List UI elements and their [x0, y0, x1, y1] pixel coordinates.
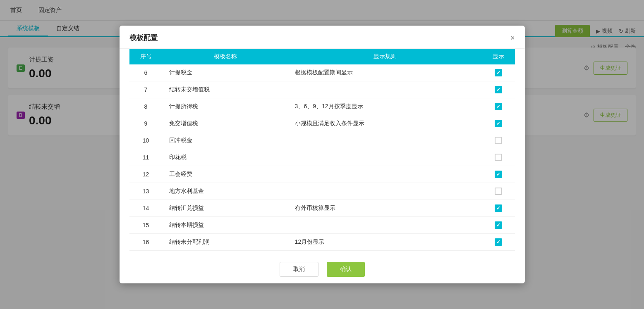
template-checkbox[interactable] [495, 137, 502, 144]
cell-name: 计提税金 [163, 64, 288, 81]
cell-checkbox[interactable] [482, 217, 515, 234]
cell-name: 回冲税金 [163, 132, 288, 149]
cell-name: 免交增值税 [163, 115, 288, 132]
col-header-rule: 显示规则 [288, 49, 482, 64]
template-checkbox[interactable] [495, 154, 502, 161]
table-row: 7结转未交增值税 [129, 81, 515, 98]
cell-checkbox[interactable] [482, 132, 515, 149]
cell-rule [288, 149, 482, 166]
template-checkbox[interactable] [495, 204, 502, 212]
table-row: 8计提所得税3、6、9、12月按季度显示 [129, 98, 515, 115]
cell-rule [288, 217, 482, 234]
cell-checkbox[interactable] [482, 81, 515, 98]
cell-name: 结转未交增值税 [163, 81, 288, 98]
table-row: 10回冲税金 [129, 132, 515, 149]
cell-rule [288, 132, 482, 149]
cell-name: 结转未分配利润 [163, 234, 288, 251]
cell-checkbox[interactable] [482, 115, 515, 132]
cell-checkbox[interactable] [482, 183, 515, 200]
cell-checkbox[interactable] [482, 166, 515, 183]
modal-body[interactable]: 序号 模板名称 显示规则 显示 6计提税金根据模板配置期间显示7结转未交增值税8… [120, 49, 525, 255]
modal-overlay: 模板配置 × 序号 模板名称 显示规则 显示 6计提税金根据模板配置期间显示7结… [0, 0, 644, 309]
template-checkbox[interactable] [495, 86, 502, 93]
cell-id: 8 [129, 98, 163, 115]
template-table: 序号 模板名称 显示规则 显示 6计提税金根据模板配置期间显示7结转未交增值税8… [129, 49, 515, 251]
cell-id: 16 [129, 234, 163, 251]
cell-rule [288, 183, 482, 200]
cell-rule [288, 81, 482, 98]
template-checkbox[interactable] [495, 188, 502, 195]
cell-checkbox[interactable] [482, 149, 515, 166]
table-row: 12工会经费 [129, 166, 515, 183]
cell-name: 结转汇兑损益 [163, 200, 288, 217]
cell-name: 计提所得税 [163, 98, 288, 115]
cell-id: 14 [129, 200, 163, 217]
modal-footer: 取消 确认 [120, 255, 525, 283]
cell-id: 11 [129, 149, 163, 166]
cell-checkbox[interactable] [482, 98, 515, 115]
template-checkbox[interactable] [495, 171, 502, 178]
cell-id: 12 [129, 166, 163, 183]
cell-rule: 根据模板配置期间显示 [288, 64, 482, 81]
cell-id: 6 [129, 64, 163, 81]
cell-checkbox[interactable] [482, 234, 515, 251]
confirm-button[interactable]: 确认 [327, 262, 365, 277]
cell-id: 7 [129, 81, 163, 98]
table-row: 6计提税金根据模板配置期间显示 [129, 64, 515, 81]
cell-id: 10 [129, 132, 163, 149]
table-row: 9免交增值税小规模且满足收入条件显示 [129, 115, 515, 132]
template-checkbox[interactable] [495, 221, 502, 229]
template-config-modal: 模板配置 × 序号 模板名称 显示规则 显示 6计提税金根据模板配置期间显示7结… [120, 26, 525, 283]
cancel-button[interactable]: 取消 [280, 262, 318, 277]
modal-header: 模板配置 × [120, 26, 525, 49]
col-header-name: 模板名称 [163, 49, 288, 64]
cell-name: 印花税 [163, 149, 288, 166]
template-checkbox[interactable] [495, 238, 502, 246]
cell-rule [288, 166, 482, 183]
modal-title: 模板配置 [129, 33, 158, 43]
cell-id: 13 [129, 183, 163, 200]
cell-checkbox[interactable] [482, 64, 515, 81]
modal-close-button[interactable]: × [510, 34, 515, 42]
table-row: 14结转汇兑损益有外币核算显示 [129, 200, 515, 217]
table-header-row: 序号 模板名称 显示规则 显示 [129, 49, 515, 64]
col-header-id: 序号 [129, 49, 163, 64]
table-row: 16结转未分配利润12月份显示 [129, 234, 515, 251]
template-checkbox[interactable] [495, 103, 502, 110]
cell-rule: 12月份显示 [288, 234, 482, 251]
cell-name: 工会经费 [163, 166, 288, 183]
cell-checkbox[interactable] [482, 200, 515, 217]
table-row: 15结转本期损益 [129, 217, 515, 234]
cell-rule: 有外币核算显示 [288, 200, 482, 217]
cell-name: 地方水利基金 [163, 183, 288, 200]
cell-name: 结转本期损益 [163, 217, 288, 234]
template-checkbox[interactable] [495, 120, 502, 127]
cell-id: 9 [129, 115, 163, 132]
cell-rule: 小规模且满足收入条件显示 [288, 115, 482, 132]
cell-id: 15 [129, 217, 163, 234]
table-row: 11印花税 [129, 149, 515, 166]
template-checkbox[interactable] [495, 69, 502, 76]
table-row: 13地方水利基金 [129, 183, 515, 200]
cell-rule: 3、6、9、12月按季度显示 [288, 98, 482, 115]
col-header-show: 显示 [482, 49, 515, 64]
